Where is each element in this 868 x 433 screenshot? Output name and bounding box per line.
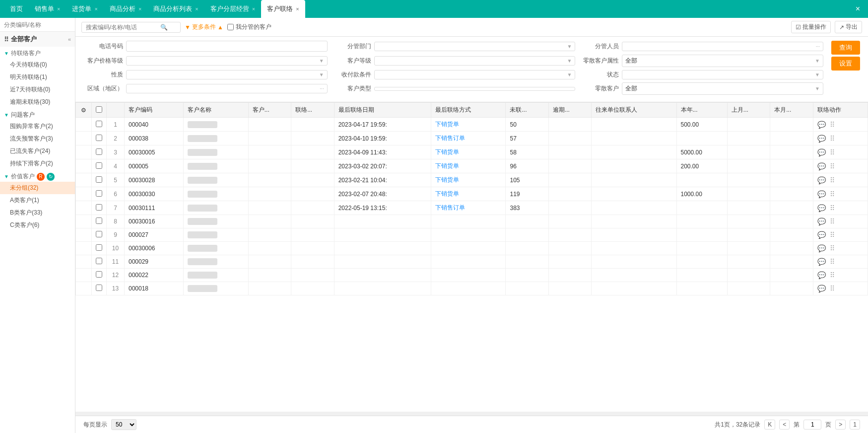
sidebar-group-waiting[interactable]: ▼ 待联络客户	[0, 47, 75, 59]
row-check-11[interactable]	[92, 269, 107, 282]
query-button[interactable]: 查询	[831, 41, 860, 55]
col-name[interactable]: 客户名称	[184, 103, 248, 118]
close-window-icon[interactable]: ×	[852, 4, 864, 13]
more-icon-3[interactable]: ⠿	[830, 162, 835, 170]
close-tab-customer-contact[interactable]: ×	[296, 6, 299, 12]
chat-icon-7[interactable]: 💬	[817, 217, 826, 225]
row-last-method-5[interactable]: 下销货单	[431, 187, 506, 201]
ellipsis-icon[interactable]: ···	[816, 44, 820, 49]
row-check-0[interactable]	[92, 118, 107, 132]
row-check-10[interactable]	[92, 255, 107, 269]
last-page-btn[interactable]: 1	[850, 420, 860, 430]
chat-icon-12[interactable]: 💬	[817, 285, 826, 292]
sidebar-item-class-a[interactable]: A类客户(1)	[0, 194, 75, 207]
more-icon-6[interactable]: ⠿	[830, 204, 835, 212]
sidebar-item-class-b[interactable]: B类客户(33)	[0, 207, 75, 219]
more-icon-2[interactable]: ⠿	[830, 148, 835, 156]
row-check-2[interactable]	[92, 145, 107, 159]
prev-page-btn[interactable]: <	[779, 420, 790, 430]
more-icon-0[interactable]: ⠿	[830, 121, 835, 129]
search-icon[interactable]: 🔍	[160, 24, 168, 31]
sidebar-group-value[interactable]: ▼ 价值客户 R ↻	[0, 170, 75, 182]
my-customers-filter[interactable]: 我分管的客户	[227, 23, 271, 31]
page-size-select[interactable]: 50 100 200	[111, 419, 136, 430]
close-tab-customer-segment[interactable]: ×	[252, 6, 255, 12]
status-select[interactable]: ▼	[622, 70, 823, 79]
row-last-method-4[interactable]: 下销货单	[431, 173, 506, 187]
sidebar-item-churned[interactable]: 已流失客户(24)	[0, 145, 75, 157]
row-last-method-3[interactable]: 下销货单	[431, 159, 506, 173]
chat-icon-4[interactable]: 💬	[817, 176, 826, 184]
row-check-6[interactable]	[92, 201, 107, 215]
sidebar-item-ungrouped[interactable]: 未分组(32)	[0, 182, 75, 194]
more-icon-7[interactable]: ⠿	[830, 217, 835, 225]
chat-icon-0[interactable]: 💬	[817, 121, 826, 129]
refresh-badge[interactable]: ↻	[47, 173, 55, 181]
customer-type-select[interactable]	[374, 87, 576, 91]
close-tab-sales[interactable]: ×	[57, 6, 60, 12]
customer-level-select[interactable]: ▼	[374, 56, 576, 66]
chat-icon-10[interactable]: 💬	[817, 258, 826, 266]
chat-icon-1[interactable]: 💬	[817, 135, 826, 143]
nature-select[interactable]: ▼	[126, 70, 328, 79]
sidebar-item-tomorrow[interactable]: 明天待联络(1)	[0, 71, 75, 83]
phone-input[interactable]	[126, 41, 328, 52]
dept-select[interactable]: ▼	[374, 42, 576, 51]
close-tab-purchase[interactable]: ×	[94, 6, 97, 12]
region-select[interactable]: ···	[126, 84, 328, 93]
row-check-8[interactable]	[92, 228, 107, 242]
sidebar-item-7days[interactable]: 近7天待联络(0)	[0, 83, 75, 96]
more-icon-8[interactable]: ⠿	[830, 231, 835, 239]
my-customers-checkbox[interactable]	[227, 24, 234, 30]
chat-icon-11[interactable]: 💬	[817, 271, 826, 279]
nav-tab-purchase[interactable]: 进货单 ×	[66, 0, 103, 18]
row-check-12[interactable]	[92, 282, 107, 295]
scattered-attr-select[interactable]: 全部 ▼	[622, 55, 823, 67]
page-number-input[interactable]	[803, 420, 821, 430]
nav-home[interactable]: 首页	[4, 0, 29, 18]
row-last-method-1[interactable]: 下销售订单	[431, 132, 506, 145]
nav-tab-sales[interactable]: 销售单 ×	[29, 0, 66, 18]
sidebar-item-hoarding[interactable]: 囤购异常客户(2)	[0, 120, 75, 133]
ellipsis-icon-2[interactable]: ···	[320, 86, 324, 91]
chat-icon-2[interactable]: 💬	[817, 148, 826, 156]
manager-select[interactable]: ···	[622, 42, 823, 51]
sidebar-item-class-c[interactable]: C类客户(6)	[0, 219, 75, 231]
col-check-all[interactable]	[92, 103, 107, 118]
row-check-3[interactable]	[92, 159, 107, 173]
close-tab-product-analysis[interactable]: ×	[138, 6, 141, 12]
row-check-4[interactable]	[92, 173, 107, 187]
nav-tab-product-analysis[interactable]: 商品分析 ×	[104, 0, 147, 18]
batch-ops-btn[interactable]: ☑ 批量操作	[791, 21, 831, 33]
chat-icon-9[interactable]: 💬	[817, 244, 826, 252]
scattered-select[interactable]: 全部 ▼	[622, 82, 823, 95]
sidebar-search-input[interactable]	[4, 21, 75, 28]
col-last-date[interactable]: 最后联络日期	[334, 103, 431, 118]
row-check-7[interactable]	[92, 215, 107, 228]
sidebar-group-problem[interactable]: ▼ 问题客户	[0, 108, 75, 120]
chat-icon-5[interactable]: 💬	[817, 190, 826, 198]
horizontal-scrollbar[interactable]	[75, 412, 868, 416]
next-page-btn[interactable]: >	[835, 420, 846, 430]
chat-icon-3[interactable]: 💬	[817, 162, 826, 170]
chat-icon-6[interactable]: 💬	[817, 204, 826, 212]
sidebar-item-declining[interactable]: 持续下滑客户(2)	[0, 157, 75, 170]
collapse-icon[interactable]: «	[68, 36, 71, 42]
first-page-btn[interactable]: K	[764, 420, 775, 430]
col-code[interactable]: 客户编码	[125, 103, 184, 118]
nav-tab-customer-contact[interactable]: 客户联络 ×	[261, 0, 305, 18]
sidebar-item-churn-warning[interactable]: 流失预警客户(3)	[0, 133, 75, 145]
price-level-select[interactable]: ▼	[126, 56, 328, 66]
more-conditions-btn[interactable]: ▼ 更多条件 ▲	[185, 23, 223, 31]
sidebar-all-customers[interactable]: ⠿ 全部客户 «	[0, 32, 75, 47]
more-icon-9[interactable]: ⠿	[830, 244, 835, 252]
row-last-method-0[interactable]: 下销货单	[431, 118, 506, 132]
row-check-5[interactable]	[92, 187, 107, 201]
row-check-1[interactable]	[92, 132, 107, 145]
more-icon-12[interactable]: ⠿	[830, 285, 835, 292]
row-last-method-2[interactable]: 下销货单	[431, 145, 506, 159]
nav-tab-product-analysis-list[interactable]: 商品分析列表 ×	[147, 0, 204, 18]
sidebar-item-overdue[interactable]: 逾期未联络(30)	[0, 96, 75, 108]
more-icon-4[interactable]: ⠿	[830, 176, 835, 184]
col-setting[interactable]: ⚙	[76, 103, 92, 118]
